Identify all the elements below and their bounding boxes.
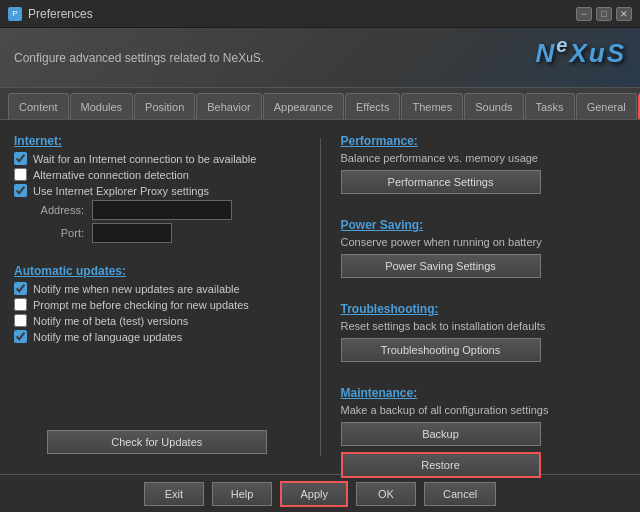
wait-internet-checkbox-row[interactable]: Wait for an Internet connection to be av…: [14, 152, 300, 165]
minimize-button[interactable]: −: [576, 7, 592, 21]
titlebar-left: P Preferences: [8, 7, 93, 21]
cancel-button[interactable]: Cancel: [424, 482, 496, 506]
titlebar: P Preferences − □ ✕: [0, 0, 640, 28]
troubleshooting-button[interactable]: Troubleshooting Options: [341, 338, 541, 362]
troubleshooting-section: Troubleshooting: Reset settings back to …: [341, 302, 627, 368]
tab-behavior[interactable]: Behavior: [196, 93, 261, 119]
titlebar-controls: − □ ✕: [576, 7, 632, 21]
internet-section-title: Internet:: [14, 134, 300, 148]
header-text: Configure advanced settings related to N…: [14, 51, 264, 65]
alt-connection-checkbox-row[interactable]: Alternative connection detection: [14, 168, 300, 181]
notify-beta-checkbox[interactable]: [14, 314, 27, 327]
main-content: Internet: Wait for an Internet connectio…: [0, 120, 640, 474]
apply-button[interactable]: Apply: [280, 481, 348, 507]
performance-title: Performance:: [341, 134, 627, 148]
power-saving-title: Power Saving:: [341, 218, 627, 232]
tab-content[interactable]: Content: [8, 93, 69, 119]
tab-effects[interactable]: Effects: [345, 93, 400, 119]
troubleshooting-desc: Reset settings back to installation defa…: [341, 320, 627, 332]
help-button[interactable]: Help: [212, 482, 273, 506]
address-row: Address:: [34, 200, 300, 220]
app-icon: P: [8, 7, 22, 21]
notify-beta-label: Notify me of beta (test) versions: [33, 315, 188, 327]
panel-divider: [320, 138, 321, 456]
tab-themes[interactable]: Themes: [401, 93, 463, 119]
notify-updates-row[interactable]: Notify me when new updates are available: [14, 282, 300, 295]
wait-internet-checkbox[interactable]: [14, 152, 27, 165]
ie-proxy-checkbox[interactable]: [14, 184, 27, 197]
tab-sounds[interactable]: Sounds: [464, 93, 523, 119]
notify-updates-checkbox[interactable]: [14, 282, 27, 295]
app-logo: NeXuS: [536, 34, 626, 69]
prompt-check-label: Prompt me before checking for new update…: [33, 299, 249, 311]
ok-button[interactable]: OK: [356, 482, 416, 506]
tab-appearance[interactable]: Appearance: [263, 93, 344, 119]
power-saving-section: Power Saving: Conserve power when runnin…: [341, 218, 627, 284]
restore-button[interactable]: Restore: [341, 452, 541, 478]
power-saving-desc: Conserve power when running on battery: [341, 236, 627, 248]
window-title: Preferences: [28, 7, 93, 21]
performance-desc: Balance performance vs. memory usage: [341, 152, 627, 164]
performance-section: Performance: Balance performance vs. mem…: [341, 134, 627, 200]
wait-internet-label: Wait for an Internet connection to be av…: [33, 153, 256, 165]
prompt-check-row[interactable]: Prompt me before checking for new update…: [14, 298, 300, 311]
alt-connection-checkbox[interactable]: [14, 168, 27, 181]
left-panel: Internet: Wait for an Internet connectio…: [14, 134, 300, 460]
notify-lang-label: Notify me of language updates: [33, 331, 182, 343]
close-button[interactable]: ✕: [616, 7, 632, 21]
tab-tasks[interactable]: Tasks: [525, 93, 575, 119]
maintenance-section: Maintenance: Make a backup of all config…: [341, 386, 627, 484]
address-input[interactable]: [92, 200, 232, 220]
notify-beta-row[interactable]: Notify me of beta (test) versions: [14, 314, 300, 327]
port-input[interactable]: [92, 223, 172, 243]
exit-button[interactable]: Exit: [144, 482, 204, 506]
port-label: Port:: [34, 227, 84, 239]
backup-button[interactable]: Backup: [341, 422, 541, 446]
check-updates-button[interactable]: Check for Updates: [47, 430, 267, 454]
tab-position[interactable]: Position: [134, 93, 195, 119]
port-row: Port:: [34, 223, 300, 243]
notify-lang-row[interactable]: Notify me of language updates: [14, 330, 300, 343]
performance-settings-button[interactable]: Performance Settings: [341, 170, 541, 194]
power-saving-button[interactable]: Power Saving Settings: [341, 254, 541, 278]
ie-proxy-label: Use Internet Explorer Proxy settings: [33, 185, 209, 197]
ie-proxy-checkbox-row[interactable]: Use Internet Explorer Proxy settings: [14, 184, 300, 197]
tab-bar: Content Modules Position Behavior Appear…: [0, 88, 640, 120]
alt-connection-label: Alternative connection detection: [33, 169, 189, 181]
notify-updates-label: Notify me when new updates are available: [33, 283, 240, 295]
header: Configure advanced settings related to N…: [0, 28, 640, 88]
troubleshooting-title: Troubleshooting:: [341, 302, 627, 316]
maintenance-title: Maintenance:: [341, 386, 627, 400]
maintenance-desc: Make a backup of all configuration setti…: [341, 404, 627, 416]
tab-modules[interactable]: Modules: [70, 93, 134, 119]
check-updates-container: Check for Updates: [14, 430, 300, 460]
prompt-check-checkbox[interactable]: [14, 298, 27, 311]
right-panel: Performance: Balance performance vs. mem…: [341, 134, 627, 460]
auto-updates-section: Automatic updates: Notify me when new up…: [14, 264, 300, 346]
maximize-button[interactable]: □: [596, 7, 612, 21]
auto-updates-title: Automatic updates:: [14, 264, 300, 278]
notify-lang-checkbox[interactable]: [14, 330, 27, 343]
tab-general[interactable]: General: [576, 93, 637, 119]
internet-section: Internet: Wait for an Internet connectio…: [14, 134, 300, 246]
address-label: Address:: [34, 204, 84, 216]
